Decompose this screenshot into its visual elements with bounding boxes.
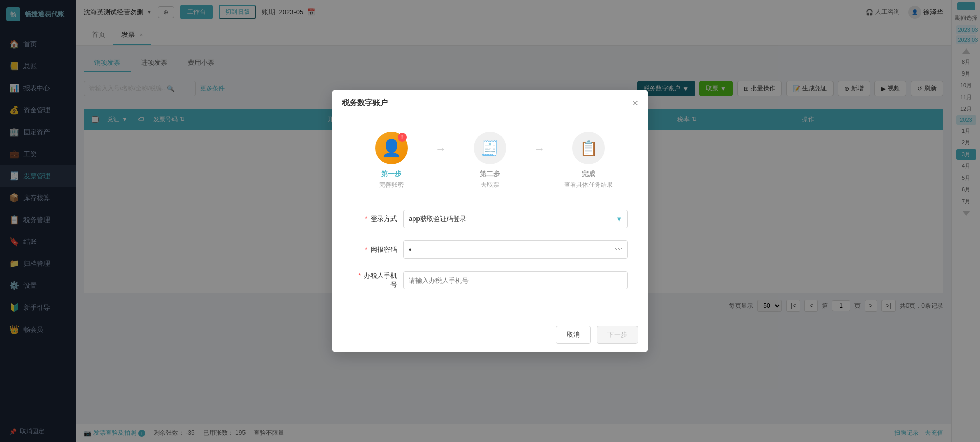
modal-overlay: 税务数字账户 × 👤 ! 第一步 完善账密 → — [0, 0, 980, 442]
step1-icon-wrap: 👤 ! — [375, 132, 408, 164]
modal: 税务数字账户 × 👤 ! 第一步 完善账密 → — [332, 90, 648, 352]
step-1: 👤 ! 第一步 完善账密 — [352, 132, 430, 189]
step1-label: 第一步 — [381, 169, 401, 179]
login-method-label: * 登录方式 — [352, 214, 403, 224]
login-method-select[interactable]: app获取验证码登录 ▼ — [403, 210, 628, 228]
phone-label: * 办税人手机号 — [352, 271, 403, 289]
modal-footer: 取消 下一步 — [332, 317, 648, 352]
password-label: * 网报密码 — [352, 245, 403, 254]
step3-sublabel: 查看具体任务结果 — [564, 181, 613, 189]
phone-input-wrap[interactable] — [403, 271, 628, 289]
step-2: 🧾 第二步 去取票 — [451, 132, 529, 189]
phone-row: * 办税人手机号 — [352, 271, 628, 289]
password-toggle-icon[interactable]: 〰 — [614, 245, 622, 254]
modal-body: 👤 ! 第一步 完善账密 → 🧾 第二步 去取票 → — [332, 116, 648, 317]
arrow-1: → — [430, 132, 451, 155]
step-3: 📋 完成 查看具体任务结果 — [550, 132, 628, 189]
step1-icon: 👤 — [381, 138, 402, 158]
modal-title: 税务数字账户 — [342, 98, 388, 108]
cancel-button[interactable]: 取消 — [556, 326, 591, 344]
login-method-row: * 登录方式 app获取验证码登录 ▼ — [352, 210, 628, 228]
step1-sublabel: 完善账密 — [379, 181, 404, 189]
steps-row: 👤 ! 第一步 完善账密 → 🧾 第二步 去取票 → — [352, 132, 628, 189]
modal-header: 税务数字账户 × — [332, 90, 648, 116]
arrow-2: → — [529, 132, 550, 155]
select-arrow-icon: ▼ — [616, 215, 622, 223]
step3-icon: 📋 — [580, 140, 598, 157]
login-method-value: app获取验证码登录 — [409, 214, 467, 224]
step3-label: 完成 — [582, 169, 595, 179]
password-input[interactable]: • 〰 — [403, 240, 628, 259]
step2-sublabel: 去取票 — [481, 181, 499, 189]
phone-input[interactable] — [409, 277, 622, 284]
step2-label: 第二步 — [480, 169, 500, 179]
password-dot: • — [409, 245, 412, 254]
step2-icon: 🧾 — [481, 140, 499, 157]
modal-close-button[interactable]: × — [632, 99, 638, 108]
password-row: * 网报密码 • 〰 — [352, 240, 628, 259]
step3-icon-wrap: 📋 — [572, 132, 605, 164]
next-button[interactable]: 下一步 — [597, 326, 638, 344]
step1-badge: ! — [398, 133, 407, 142]
step2-icon-wrap: 🧾 — [474, 132, 506, 164]
